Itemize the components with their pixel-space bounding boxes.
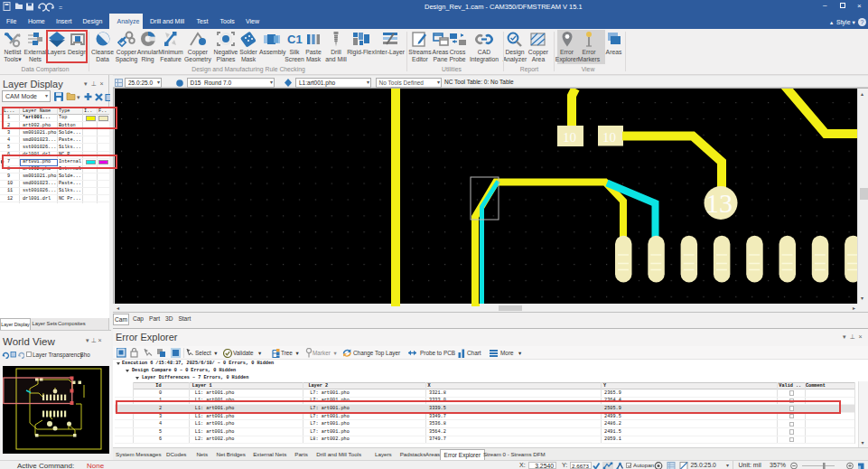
svg-text:=: =	[59, 5, 62, 11]
svg-text:10: 10	[563, 130, 576, 145]
svg-text:C1: C1	[287, 33, 303, 46]
svg-text:▾: ▾	[77, 94, 80, 100]
svg-text:13: 13	[705, 188, 733, 218]
svg-text:10: 10	[602, 130, 616, 145]
